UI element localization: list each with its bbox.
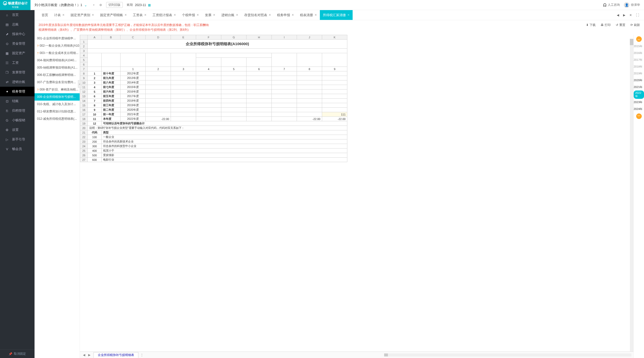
close-icon[interactable]: ✕: [125, 13, 127, 17]
close-icon[interactable]: ✕: [62, 13, 65, 17]
col-header[interactable]: A: [88, 35, 102, 40]
sidebar-item-13[interactable]: ▷新手引导: [0, 135, 35, 144]
tab-1[interactable]: 计表✕: [51, 10, 68, 20]
sidebar-item-4[interactable]: ▦固定资产: [0, 48, 35, 58]
sidebar-item-12[interactable]: ⚙设置: [0, 125, 35, 135]
form-item-6[interactable]: 007-广告费和业务宣传费跨...: [35, 79, 80, 86]
row-header[interactable]: 16: [80, 108, 88, 112]
row-header[interactable]: 24: [80, 144, 88, 148]
row-header[interactable]: 20: [80, 126, 88, 130]
row-header[interactable]: 2: [80, 44, 88, 49]
close-icon[interactable]: ✕: [144, 13, 146, 17]
close-icon[interactable]: ✕: [213, 13, 215, 17]
year-2020年[interactable]: 2020年: [634, 77, 644, 84]
row-header[interactable]: 8: [80, 71, 88, 76]
sidebar-item-14[interactable]: V畅会员: [0, 144, 35, 154]
gear-icon[interactable]: ⚙: [99, 3, 102, 7]
form-item-1[interactable]: ?002-一般企业收入明细表(A10...: [35, 42, 80, 49]
col-header[interactable]: C: [120, 35, 146, 40]
year-down[interactable]: ︾: [636, 113, 642, 119]
tab-4[interactable]: 工资表✕: [130, 10, 149, 20]
sidebar-item-9[interactable]: ⊡结账: [0, 96, 35, 106]
col-header[interactable]: E: [171, 35, 196, 40]
row-header[interactable]: 5: [80, 58, 88, 62]
tab-7[interactable]: 发票✕: [202, 10, 218, 20]
row-header[interactable]: 22: [80, 135, 88, 139]
row-header[interactable]: 25: [80, 148, 88, 153]
form-item-4[interactable]: 005-纳税调整项目明细表(A1...: [35, 64, 80, 71]
tab-12[interactable]: 所得税汇算清缴✕: [320, 10, 353, 20]
row-header[interactable]: 21: [80, 130, 88, 135]
sheet-prev[interactable]: ▶: [87, 353, 91, 357]
sidebar-item-1[interactable]: ▤总账: [0, 20, 35, 29]
row-header[interactable]: 15: [80, 103, 88, 108]
close-icon[interactable]: ✕: [315, 13, 317, 17]
year-2022年[interactable]: 2022年: [634, 91, 644, 99]
close-icon[interactable]: ✕: [92, 13, 94, 17]
sidebar-item-0[interactable]: ⌂首页: [0, 10, 35, 20]
avatar[interactable]: 👤: [624, 2, 629, 8]
col-header[interactable]: H: [247, 35, 272, 40]
row-header[interactable]: 7: [80, 67, 88, 71]
close-icon[interactable]: ✕: [347, 13, 350, 17]
row-header[interactable]: 12: [80, 90, 88, 94]
tab-3[interactable]: 固定资产明细账✕: [97, 10, 130, 20]
sidebar-item-2[interactable]: ⬈报表中心: [0, 29, 35, 39]
form-item-3[interactable]: 004-期间费用明细表(A1040...: [35, 57, 80, 64]
row-header[interactable]: 6: [80, 62, 88, 67]
sidebar-item-8[interactable]: ✦税务管理: [0, 87, 35, 96]
sidebar-item-7[interactable]: ⇄进销台账: [0, 77, 35, 87]
tab-next[interactable]: ▶: [622, 12, 626, 18]
add-icon[interactable]: ＋: [92, 3, 95, 7]
year-2023年[interactable]: 2023年: [634, 99, 644, 106]
tab-10[interactable]: 税务申报✕: [274, 10, 297, 20]
sidebar-item-11[interactable]: G小畅报销: [0, 115, 35, 125]
row-header[interactable]: 23: [80, 139, 88, 144]
tab-0[interactable]: 首页: [39, 10, 51, 20]
col-header[interactable]: D: [146, 35, 171, 40]
close-icon[interactable]: ✕: [269, 13, 271, 17]
row-header[interactable]: 17: [80, 112, 88, 117]
form-item-8[interactable]: 009-企业所得税弥补亏损明...: [35, 93, 80, 101]
row-header[interactable]: 3: [80, 49, 88, 53]
col-header[interactable]: F: [196, 35, 221, 40]
sheet-tab[interactable]: 企业所得税弥补亏损明细表: [94, 352, 138, 358]
tab-5[interactable]: 工资统计报表✕: [149, 10, 179, 20]
col-header[interactable]: G: [221, 35, 247, 40]
consult-link[interactable]: 🎧人工咨询: [603, 3, 620, 7]
form-item-0[interactable]: 001-企业所得税年度纳税申...: [35, 35, 80, 42]
collapse-handle[interactable]: «: [78, 80, 81, 88]
tab-6[interactable]: 个税申报✕: [179, 10, 202, 20]
row-header[interactable]: 19: [80, 121, 88, 126]
tab-prev[interactable]: ◀: [616, 12, 620, 18]
row-header[interactable]: 9: [80, 76, 88, 80]
print-button[interactable]: 🖶打印: [601, 23, 611, 27]
tab-2[interactable]: 固定资产类别✕: [68, 10, 97, 20]
year-up[interactable]: ︽: [636, 36, 642, 42]
row-header[interactable]: 27: [80, 158, 88, 162]
vertical-scrollbar[interactable]: [630, 39, 633, 351]
username[interactable]: 徐泽华: [631, 3, 640, 7]
sheet-first[interactable]: ◀: [82, 353, 86, 357]
col-header[interactable]: I: [272, 35, 297, 40]
tab-close-all[interactable]: ✕: [628, 12, 633, 18]
sidebar-item-6[interactable]: ❐发票管理: [0, 68, 35, 77]
horizontal-scrollbar[interactable]: [384, 353, 631, 356]
form-item-7[interactable]: ?008-资产折旧、摊销及纳税...: [35, 86, 80, 93]
col-header[interactable]: J: [297, 35, 322, 40]
unpin-button[interactable]: 📌取消固定: [0, 349, 35, 358]
sidebar-item-5[interactable]: ☷工资: [0, 58, 35, 68]
row-header[interactable]: 13: [80, 94, 88, 99]
form-item-5[interactable]: 006-职工薪酬纳税调整明细...: [35, 71, 80, 79]
tab-9[interactable]: 存货别名对照表✕: [241, 10, 274, 20]
year-2021年[interactable]: 2021年: [634, 84, 644, 91]
row-header[interactable]: 4: [80, 53, 88, 58]
refresh-button[interactable]: ⟳刷新: [630, 23, 640, 27]
form-item-2[interactable]: ?003-一般企业成本支出明细...: [35, 49, 80, 57]
year-2024年[interactable]: 2024年: [634, 106, 644, 112]
spreadsheet[interactable]: ABCDEFGHIJK1企业所得税弥补亏损明细表(A106000)234行次项目…: [80, 35, 633, 351]
tab-fullscreen[interactable]: ⛶: [635, 12, 640, 18]
row-header[interactable]: 18: [80, 117, 88, 121]
row-header[interactable]: 1: [80, 40, 88, 44]
close-icon[interactable]: ✕: [197, 13, 199, 17]
